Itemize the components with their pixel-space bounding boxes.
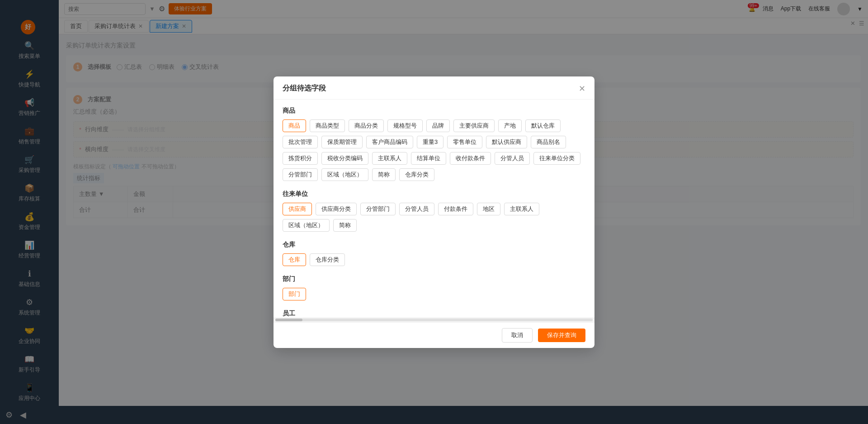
- field-tags-0: 商品商品类型商品分类规格型号品牌主要供应商产地默认仓库批次管理保质期管理客户商品…: [283, 119, 585, 181]
- field-tag-0-4[interactable]: 品牌: [426, 119, 450, 132]
- field-tag-0-0[interactable]: 商品: [283, 119, 306, 132]
- field-tag-0-5[interactable]: 主要供应商: [453, 119, 495, 132]
- field-tag-1-7[interactable]: 区域（地区）: [283, 219, 330, 232]
- field-group-3: 部门部门: [283, 275, 585, 300]
- modal-footer: 取消 保存并查询: [274, 322, 594, 348]
- field-tag-1-5[interactable]: 地区: [477, 203, 500, 215]
- field-tag-1-3[interactable]: 分管人员: [399, 203, 434, 215]
- field-tag-0-9[interactable]: 保质期管理: [321, 136, 363, 148]
- horizontal-scrollbar: [274, 318, 594, 322]
- field-group-title-3: 部门: [283, 275, 585, 283]
- field-tag-0-14[interactable]: 商品别名: [531, 136, 566, 148]
- field-tag-0-8[interactable]: 批次管理: [283, 136, 318, 148]
- scrollbar-track: [275, 319, 593, 321]
- field-group-1: 往来单位供应商供应商分类分管部门分管人员付款条件地区主联系人区域（地区）简称: [283, 190, 585, 232]
- field-tag-0-3[interactable]: 规格型号: [387, 119, 423, 132]
- scrollbar-thumb: [275, 319, 302, 321]
- field-tag-1-0[interactable]: 供应商: [283, 203, 312, 215]
- field-tags-1: 供应商供应商分类分管部门分管人员付款条件地区主联系人区域（地区）简称: [283, 203, 585, 232]
- field-tag-0-18[interactable]: 结算单位: [411, 152, 446, 165]
- field-tag-1-2[interactable]: 分管部门: [360, 203, 396, 215]
- save-query-button[interactable]: 保存并查询: [538, 329, 585, 342]
- field-tag-0-13[interactable]: 默认供应商: [486, 136, 527, 148]
- field-tag-3-0[interactable]: 部门: [283, 288, 306, 300]
- field-tag-0-1[interactable]: 商品类型: [310, 119, 345, 132]
- field-tag-0-22[interactable]: 分管部门: [283, 168, 318, 181]
- field-tag-0-15[interactable]: 拣货积分: [283, 152, 318, 165]
- field-tag-0-23[interactable]: 区域（地区）: [321, 168, 368, 181]
- field-tag-0-20[interactable]: 分管人员: [495, 152, 530, 165]
- field-tag-0-16[interactable]: 税收分类编码: [321, 152, 368, 165]
- field-group-title-4: 员工: [283, 310, 585, 318]
- field-group-4: 员工业务员: [283, 310, 585, 318]
- field-tag-0-6[interactable]: 产地: [498, 119, 522, 132]
- field-tags-2: 仓库仓库分类: [283, 253, 585, 266]
- field-tag-0-7[interactable]: 默认仓库: [525, 119, 561, 132]
- field-tag-0-24[interactable]: 简称: [372, 168, 396, 181]
- modal-overlay: 分组待选字段 ✕ 商品商品商品类型商品分类规格型号品牌主要供应商产地默认仓库批次…: [0, 0, 868, 424]
- field-tag-0-2[interactable]: 商品分类: [349, 119, 384, 132]
- modal-close-button[interactable]: ✕: [579, 84, 585, 94]
- field-group-title-0: 商品: [283, 107, 585, 115]
- field-tag-0-12[interactable]: 零售单位: [447, 136, 482, 148]
- field-group-title-1: 往来单位: [283, 190, 585, 198]
- modal-body: 商品商品商品类型商品分类规格型号品牌主要供应商产地默认仓库批次管理保质期管理客户…: [274, 100, 594, 318]
- field-group-title-2: 仓库: [283, 241, 585, 249]
- field-tag-0-10[interactable]: 客户商品编码: [366, 136, 413, 148]
- field-tags-3: 部门: [283, 288, 585, 300]
- field-tag-0-25[interactable]: 仓库分类: [399, 168, 434, 181]
- field-tag-1-8[interactable]: 简称: [333, 219, 357, 232]
- modal-title: 分组待选字段: [283, 84, 326, 93]
- field-tag-1-4[interactable]: 付款条件: [438, 203, 473, 215]
- field-group-0: 商品商品商品类型商品分类规格型号品牌主要供应商产地默认仓库批次管理保质期管理客户…: [283, 107, 585, 181]
- field-tag-1-6[interactable]: 主联系人: [504, 203, 539, 215]
- field-tag-0-21[interactable]: 往来单位分类: [533, 152, 580, 165]
- field-group-2: 仓库仓库仓库分类: [283, 241, 585, 266]
- field-tag-0-11[interactable]: 重量3: [417, 136, 443, 148]
- field-tag-2-0[interactable]: 仓库: [283, 253, 306, 266]
- cancel-button[interactable]: 取消: [502, 328, 533, 343]
- field-tag-0-17[interactable]: 主联系人: [372, 152, 407, 165]
- field-tag-1-1[interactable]: 供应商分类: [316, 203, 357, 215]
- field-tag-0-19[interactable]: 收付款条件: [450, 152, 491, 165]
- modal-dialog: 分组待选字段 ✕ 商品商品商品类型商品分类规格型号品牌主要供应商产地默认仓库批次…: [274, 76, 594, 348]
- field-tag-2-1[interactable]: 仓库分类: [310, 253, 345, 266]
- modal-header: 分组待选字段 ✕: [274, 76, 594, 100]
